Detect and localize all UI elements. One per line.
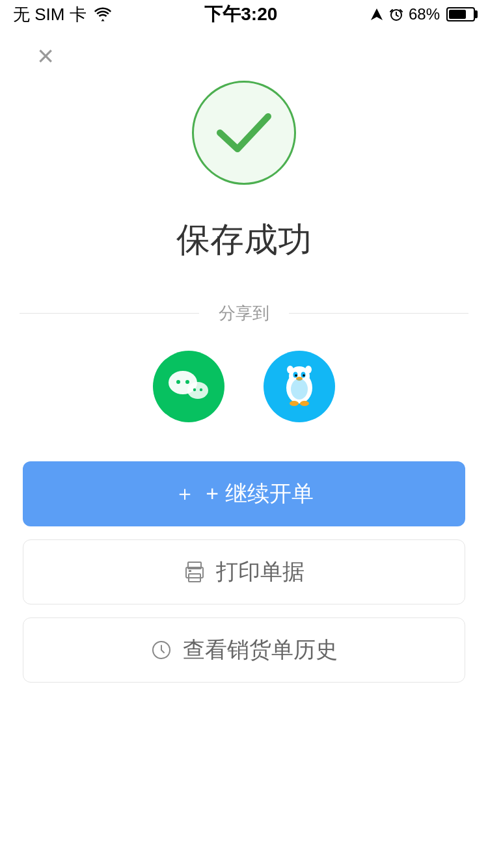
- continue-button-label: + 继续开单: [206, 479, 313, 509]
- plus-icon: ＋: [174, 480, 195, 508]
- close-button[interactable]: ×: [26, 36, 65, 75]
- status-right: 68%: [370, 5, 475, 23]
- share-icons: [153, 351, 335, 422]
- status-bar: 无 SIM 卡 下午3:20 68%: [0, 0, 488, 29]
- svg-point-3: [176, 380, 180, 384]
- printer-icon: [183, 561, 206, 583]
- svg-point-6: [200, 388, 202, 391]
- status-left: 无 SIM 卡: [13, 3, 113, 26]
- divider-left: [20, 313, 199, 314]
- svg-point-14: [291, 379, 308, 400]
- share-divider: 分享到: [0, 302, 488, 325]
- success-title: 保存成功: [176, 217, 312, 263]
- svg-point-5: [193, 388, 196, 391]
- wechat-icon: [167, 368, 211, 405]
- action-buttons: ＋ + 继续开单 打印单据 查看销货单历史: [23, 461, 465, 683]
- continue-button[interactable]: ＋ + 继续开单: [23, 461, 465, 526]
- print-button[interactable]: 打印单据: [23, 539, 465, 604]
- battery-percent: 68%: [409, 5, 440, 23]
- checkmark-icon: [215, 110, 273, 156]
- alarm-icon: [389, 7, 403, 21]
- share-section: 分享到: [0, 302, 488, 422]
- history-button[interactable]: 查看销货单历史: [23, 617, 465, 683]
- share-label: 分享到: [219, 302, 269, 325]
- svg-point-16: [300, 401, 309, 406]
- svg-point-11: [295, 374, 297, 377]
- svg-point-18: [305, 366, 312, 373]
- sim-status: 无 SIM 卡: [13, 3, 87, 26]
- svg-point-17: [287, 366, 293, 373]
- svg-point-15: [290, 401, 299, 406]
- status-time: 下午3:20: [204, 2, 277, 27]
- success-circle: [192, 81, 296, 185]
- close-icon: ×: [37, 42, 54, 70]
- history-icon: [150, 639, 172, 661]
- battery-icon: [446, 7, 475, 21]
- wifi-icon: [93, 7, 113, 21]
- history-button-label: 查看销货单历史: [183, 635, 338, 665]
- main-content: 保存成功 分享到: [0, 29, 488, 683]
- svg-point-12: [303, 374, 305, 377]
- svg-point-4: [185, 380, 189, 384]
- print-button-label: 打印单据: [216, 557, 305, 587]
- qq-icon: [279, 364, 319, 409]
- svg-point-2: [187, 382, 208, 399]
- svg-rect-22: [189, 570, 191, 572]
- qq-share-button[interactable]: [264, 351, 335, 422]
- location-icon: [370, 7, 384, 21]
- wechat-share-button[interactable]: [153, 351, 224, 422]
- divider-right: [289, 313, 468, 314]
